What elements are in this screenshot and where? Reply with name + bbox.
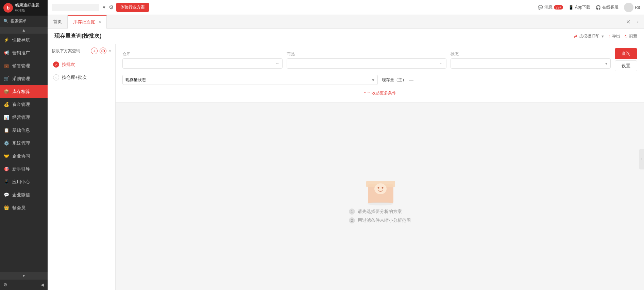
filter-status: 状态 [451,51,611,69]
sidebar-item-marketing[interactable]: 📢 营销推广 [0,47,48,59]
left-panel: 按以下方案查询 + ⚙ « ✓ 按批次 ○ 按仓库+批次 [48,44,116,290]
tab-panel-close-icon[interactable]: ✕ [626,18,630,25]
nav-label-biz: 经营管理 [12,114,30,121]
purchase-icon: 🛒 [3,76,10,82]
sidebar-item-newguide[interactable]: 🎯 新手引导 [0,163,48,176]
settings-plan-btn[interactable]: ⚙ [100,48,106,54]
tab-home-label: 首页 [53,19,62,25]
empty-hint-2: 2 用过滤条件来缩小分析范围 [349,217,411,223]
sidebar-header: b 畅康通好生意 标准版 [0,0,48,16]
print-dropdown-icon[interactable]: ▼ [601,34,605,38]
settings-footer-icon[interactable]: ⚙ [3,282,7,287]
collapse-panel-icon[interactable]: « [108,48,111,54]
sidebar-item-system[interactable]: ⚙️ 系统管理 [0,137,48,150]
refresh-btn[interactable]: ↻ 刷新 [624,33,637,39]
sidebar-item-inventory[interactable]: 📦 库存核算 [0,85,48,98]
member-icon: 👑 [3,205,10,211]
app-download-btn[interactable]: 📱 App下载 [569,4,590,10]
newguide-icon: 🎯 [3,166,10,172]
sidebar-footer: ⚙ ◀ [0,279,48,290]
topbar-dropdown-icon[interactable]: ▼ [102,5,106,10]
apps-icon: 📱 [3,179,10,185]
print-btn[interactable]: 🖨 按模板打印 ▼ [574,33,605,39]
industry-btn[interactable]: 体验行业方案 [116,3,149,12]
hint-num-2: 2 [349,217,355,223]
svg-point-3 [378,187,379,189]
warehouse-more-icon[interactable]: ··· [276,61,279,66]
inv-status-label: 现存量状态 [125,77,146,83]
status-select-wrapper [451,58,611,69]
nav-label-purchase: 采购管理 [12,76,30,82]
user-area[interactable]: Rit [624,3,640,12]
inv-status-display[interactable]: 现存量状态 ▼ [122,75,378,85]
nav-label-system: 系统管理 [12,140,30,146]
sales-icon: 💼 [3,63,10,69]
topbar-search-input[interactable] [52,4,99,11]
nav-label-sales: 销售管理 [12,63,30,69]
user-name: Rit [635,5,640,10]
product-input[interactable]: ··· [287,58,447,69]
sidebar-search-label: 搜索菜单 [11,18,27,24]
nav-label-shortcut: 快捷导航 [12,37,30,43]
query-btn[interactable]: 查询 [615,48,637,59]
sidebar-item-member[interactable]: 👑 畅会员 [0,201,48,214]
add-plan-btn[interactable]: + [91,48,98,54]
sidebar-item-enterprise[interactable]: 🤝 企业协同 [0,150,48,163]
sidebar-item-finance[interactable]: 💰 资金管理 [0,98,48,111]
collapse-filter-btn[interactable]: ⌃⌃ 收起更多条件 [122,88,637,98]
sidebar-search[interactable]: 🔍 搜索菜单 [0,16,48,27]
online-service-label: 在线客服 [602,4,618,10]
messages-btn[interactable]: 💬 消息 99+ [538,4,563,10]
svg-point-4 [382,187,384,189]
tab-batch-account-label: 库存批次账 [73,19,95,25]
sidebar-item-wechat[interactable]: 💬 企业微信 [0,188,48,201]
tab-home[interactable]: 首页 [48,15,68,29]
filter-product: 商品 ··· [287,51,447,69]
product-more-icon[interactable]: ··· [440,61,443,66]
page-title: 现存量查询(按批次) [54,33,102,40]
collapse-sidebar-icon[interactable]: ◀ [41,282,44,287]
tab-scroll-right-icon[interactable]: › [637,19,639,24]
sidebar-item-apps[interactable]: 📱 应用中心 [0,176,48,188]
status-select[interactable] [451,58,611,69]
sidebar-item-biz[interactable]: 📊 经营管理 [0,111,48,124]
warehouse-label: 仓库 [122,51,283,57]
export-btn[interactable]: ↑ 导出 [609,33,620,39]
empty-illustration [363,169,397,203]
warehouse-input[interactable]: ··· [122,58,283,69]
left-panel-actions: + ⚙ « [91,48,111,54]
content-area: 现存量查询(按批次) 🖨 按模板打印 ▼ ↑ 导出 ↻ 刷新 [48,29,644,290]
topbar-gear-icon[interactable]: ⚙ [109,4,114,11]
page-header: 现存量查询(按批次) 🖨 按模板打印 ▼ ↑ 导出 ↻ 刷新 [48,29,644,44]
app-title-area: 畅康通好生意 标准版 [15,3,39,13]
filter-inventory-qty: 现存量（主） — [382,77,637,83]
tab-close-icon[interactable]: × [99,20,101,24]
plan-active-icon: ✓ [53,61,59,68]
sidebar-item-sales[interactable]: 💼 销售管理 [0,59,48,72]
empty-state: 1 请先选择要分析的方案 2 用过滤条件来缩小分析范围 [116,103,644,290]
sidebar-item-purchase[interactable]: 🛒 采购管理 [0,72,48,85]
phone-icon: 📱 [569,5,574,10]
enterprise-icon: 🤝 [3,153,10,159]
filter-warehouse: 仓库 ··· [122,51,283,69]
biz-icon: 📊 [3,114,10,121]
svg-point-2 [374,183,387,194]
sidebar-scroll-up[interactable]: ▲ [0,27,48,34]
tab-batch-account[interactable]: 库存批次账 × [68,15,107,29]
plan-item-by-warehouse-batch[interactable]: ○ 按仓库+批次 [48,71,115,84]
collapse-up-icon: ⌃⌃ [363,91,370,96]
settings-btn[interactable]: 设置 [615,60,637,71]
empty-svg [363,169,400,206]
inv-qty-dash: — [409,77,413,83]
sidebar-item-basic[interactable]: 📋 基础信息 [0,124,48,137]
sidebar-scroll-down[interactable]: ▼ [0,272,48,279]
online-service-btn[interactable]: 🎧 在线客服 [596,4,618,10]
plan-label-by-batch: 按批次 [62,61,75,68]
nav-label-wechat: 企业微信 [12,192,30,198]
sidebar-item-shortcut[interactable]: ⚡ 快捷导航 [0,34,48,47]
right-edge-collapse[interactable]: › [639,149,644,169]
refresh-label: 刷新 [629,33,637,39]
plan-item-by-batch[interactable]: ✓ 按批次 [48,58,115,71]
empty-hints: 1 请先选择要分析的方案 2 用过滤条件来缩小分析范围 [349,209,411,223]
messages-icon: 💬 [538,5,543,10]
